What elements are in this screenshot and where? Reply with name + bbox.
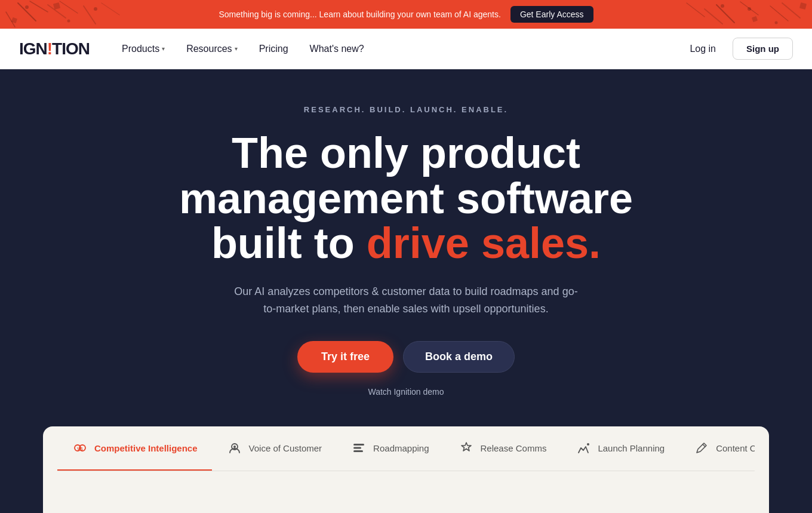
resources-chevron-icon: ▾ xyxy=(235,45,238,52)
svg-line-4 xyxy=(60,1,78,13)
svg-line-13 xyxy=(740,2,758,15)
hero-buttons: Try it free Book a demo xyxy=(297,341,515,373)
svg-point-9 xyxy=(94,7,97,11)
tab-competitive-intelligence[interactable]: VS Competitive Intelligence xyxy=(57,426,212,471)
svg-line-5 xyxy=(84,6,96,24)
hero-title: The only product management software bui… xyxy=(137,131,675,266)
login-button[interactable]: Log in xyxy=(680,39,725,59)
svg-point-27 xyxy=(233,446,236,448)
svg-point-31 xyxy=(587,443,589,446)
svg-point-20 xyxy=(721,4,724,8)
hero-eyebrow: RESEARCH. BUILD. LAUNCH. ENABLE. xyxy=(304,105,508,114)
competitive-intelligence-icon: VS xyxy=(72,440,88,456)
nav-right: Log in Sign up xyxy=(680,38,793,60)
book-demo-button[interactable]: Book a demo xyxy=(403,341,515,373)
hero-title-accent: drive sales. xyxy=(367,219,601,267)
svg-rect-30 xyxy=(353,450,363,452)
tab-content-area xyxy=(57,471,755,513)
svg-line-12 xyxy=(716,5,734,23)
svg-rect-10 xyxy=(11,17,17,23)
announcement-bar: Something big is coming... Learn about b… xyxy=(0,0,812,29)
products-chevron-icon: ▾ xyxy=(162,45,165,52)
svg-line-14 xyxy=(770,6,788,21)
tab-roadmapping-label: Roadmapping xyxy=(373,443,429,453)
logo[interactable]: IGN!TION xyxy=(19,39,90,59)
svg-point-19 xyxy=(775,21,778,24)
tab-roadmapping[interactable]: Roadmapping xyxy=(336,426,443,471)
svg-line-16 xyxy=(687,3,705,17)
hero-section: RESEARCH. BUILD. LAUNCH. ENABLE. The onl… xyxy=(0,69,812,426)
tab-voice-of-customer[interactable]: Voice of Customer xyxy=(212,426,337,471)
svg-point-7 xyxy=(25,5,29,9)
launch-planning-icon xyxy=(575,440,592,456)
nav-resources-label: Resources xyxy=(186,44,232,54)
tab-release-comms-label: Release Comms xyxy=(481,443,547,453)
roadmapping-icon xyxy=(350,440,367,456)
tab-competitive-intelligence-label: Competitive Intelligence xyxy=(94,443,198,453)
svg-line-2 xyxy=(6,12,15,27)
release-comms-icon xyxy=(458,440,475,456)
tab-release-comms[interactable]: Release Comms xyxy=(444,426,561,471)
tab-launch-planning-label: Launch Planning xyxy=(598,443,665,453)
watch-demo-link[interactable]: Watch Ignition demo xyxy=(368,387,444,397)
try-it-free-button[interactable]: Try it free xyxy=(297,341,393,373)
feature-tabs: VS Competitive Intelligence Voice of Cus… xyxy=(57,426,755,471)
svg-line-17 xyxy=(782,3,800,18)
svg-rect-22 xyxy=(799,2,807,10)
tab-launch-planning[interactable]: Launch Planning xyxy=(561,426,679,471)
voice-of-customer-icon xyxy=(226,440,243,456)
logo-text: IGN!TION xyxy=(19,39,90,58)
svg-rect-28 xyxy=(353,444,364,446)
signup-button[interactable]: Sign up xyxy=(733,38,793,60)
nav-whatsnew-label: What's new? xyxy=(310,44,364,54)
announcement-text: Something big is coming... Learn about b… xyxy=(219,10,501,19)
svg-rect-21 xyxy=(752,16,758,22)
get-early-access-button[interactable]: Get Early Access xyxy=(510,6,593,23)
tab-content-creation-label: Content Creation xyxy=(716,443,755,453)
nav-item-pricing[interactable]: Pricing xyxy=(251,39,297,59)
tab-content-creation[interactable]: Content Creation xyxy=(679,426,755,471)
svg-rect-11 xyxy=(53,2,60,10)
svg-point-18 xyxy=(748,7,751,11)
content-creation-icon xyxy=(693,440,710,456)
svg-text:VS: VS xyxy=(77,447,83,451)
svg-line-0 xyxy=(18,3,36,21)
svg-line-6 xyxy=(102,3,119,15)
nav-item-whatsnew[interactable]: What's new? xyxy=(302,39,373,59)
hero-subtitle: Our AI analyzes competitors & customer d… xyxy=(233,283,579,318)
tab-voice-of-customer-label: Voice of Customer xyxy=(249,443,322,453)
svg-line-1 xyxy=(30,1,48,12)
svg-line-3 xyxy=(48,5,66,18)
nav-pricing-label: Pricing xyxy=(259,44,288,54)
nav-item-resources[interactable]: Resources ▾ xyxy=(178,39,245,59)
svg-line-15 xyxy=(705,9,722,24)
nav-products-label: Products xyxy=(122,44,159,54)
nav-links: Products ▾ Resources ▾ Pricing What's ne… xyxy=(113,39,680,59)
nav-item-products[interactable]: Products ▾ xyxy=(113,39,173,59)
svg-point-8 xyxy=(67,20,70,23)
svg-rect-29 xyxy=(353,447,361,449)
navbar: IGN!TION Products ▾ Resources ▾ Pricing … xyxy=(0,29,812,69)
